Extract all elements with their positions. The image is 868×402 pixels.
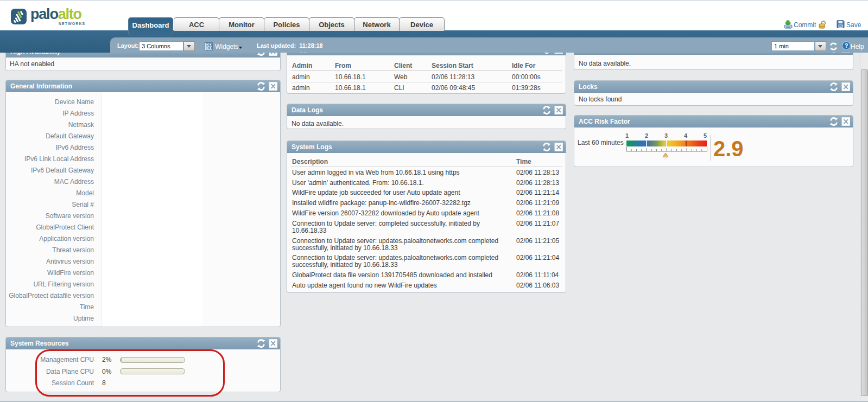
svg-text:?: ? <box>845 42 848 49</box>
